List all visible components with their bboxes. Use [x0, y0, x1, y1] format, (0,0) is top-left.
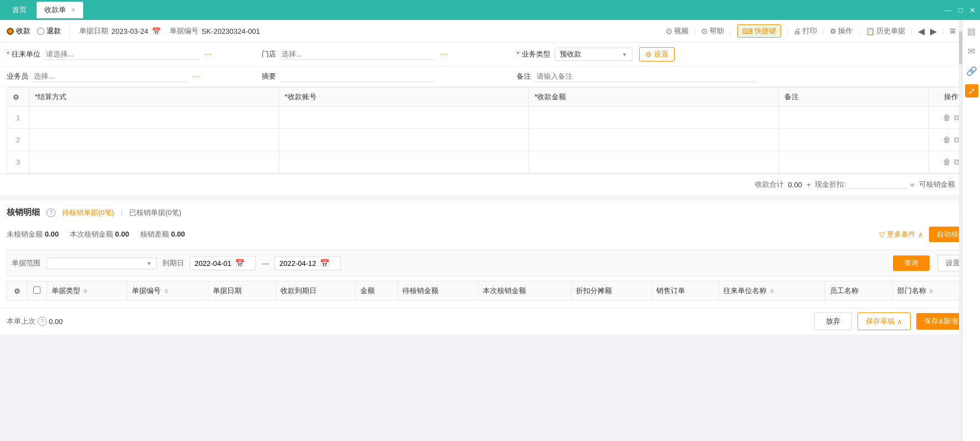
row2-copy-icon[interactable]: ⧉ [954, 135, 959, 145]
row1-jine[interactable] [529, 107, 779, 129]
bt-gear-th[interactable]: ⚙ [7, 281, 27, 301]
danwei-input[interactable] [44, 49, 199, 60]
danwei-more-btn[interactable]: ··· [202, 49, 214, 59]
toolbar-ops[interactable]: ⚙操作 [830, 26, 853, 36]
toolbar-list-view[interactable]: ≡ [950, 25, 956, 37]
radio-tuikuan[interactable]: 退款 [37, 26, 61, 36]
bottom-info-icon[interactable]: ? [38, 317, 47, 326]
hexiao-info-icon[interactable]: ? [47, 208, 55, 217]
table-gear-th[interactable]: ⚙ [7, 88, 29, 107]
toolbar-actions: ⊙ 视频 | ⊙ 帮助 | ⌨快捷键 | 🖨打印 | ⚙操作 | 📋历史单据 |… [666, 24, 973, 38]
calendar-to-icon[interactable]: 📅 [320, 259, 329, 268]
row3-delete-icon[interactable]: 🗑 [943, 157, 951, 167]
date-to-input[interactable]: 2022-04-12 📅 [274, 256, 341, 270]
receipt-table: ⚙ *结算方式 *收款账号 *收款金额 备注 操作 1 [7, 87, 973, 173]
window-controls: — □ ✕ [945, 6, 976, 14]
sidebar-link-icon[interactable]: 🔗 [965, 64, 978, 78]
save-draft-button[interactable]: 保存草稿 ∧ [858, 312, 911, 330]
row3-jiesuan[interactable] [29, 151, 279, 173]
range-filter: 单据范围 ▼ 到期日 2022-04-01 📅 — 2022-04-12 📅 查… [7, 250, 973, 276]
row1-copy-icon[interactable]: ⧉ [954, 113, 959, 122]
bt-select-all-checkbox[interactable] [33, 286, 40, 294]
bt-wanglaiwc-th: 往来单位名称 [719, 281, 825, 301]
toolbar-next[interactable]: ▶ [930, 26, 937, 37]
yewuyuan-more-btn[interactable]: ··· [190, 71, 202, 81]
scroll-indicator [959, 20, 962, 441]
toolbar-shortcut[interactable]: ⌨快捷键 [737, 24, 781, 38]
minimize-icon[interactable]: — [945, 6, 952, 14]
radio-shoukuan[interactable]: 收款 [7, 26, 30, 36]
section-divider [0, 195, 980, 201]
mendian-more-btn[interactable]: ··· [438, 49, 450, 59]
row1-delete-icon[interactable]: 🗑 [943, 113, 951, 122]
xianjin-zhekou-input[interactable] [850, 180, 906, 189]
hexiao-tab-done[interactable]: 已核销单据(0笔) [129, 208, 181, 218]
toolbar-help[interactable]: ⊙ 帮助 [701, 26, 724, 36]
zhaiyao-label: 摘要 [262, 71, 276, 81]
sidebar-table-icon[interactable]: ▤ [965, 24, 978, 38]
discard-button[interactable]: 放弃 [814, 312, 852, 330]
toolbar-history[interactable]: 📋历史单据 [866, 26, 905, 36]
bt-checkbox-th[interactable] [27, 281, 47, 301]
radio-shoukuan-input[interactable] [7, 28, 14, 35]
plus-label: + [807, 181, 811, 189]
sort-bumen-icon[interactable] [929, 289, 933, 294]
row2-zhanghao[interactable] [279, 129, 529, 151]
toolbar: 收款 退款 单据日期 2023-03-24 📅 单据编号 SK-20230324… [0, 20, 980, 43]
row2-jiesuan[interactable] [29, 129, 279, 151]
row1-beizhu[interactable] [778, 107, 928, 129]
beizhu-input[interactable] [534, 71, 756, 82]
mendian-input[interactable] [279, 49, 435, 60]
sort-danjuleixing-icon[interactable] [83, 289, 88, 294]
row3-jine[interactable] [529, 151, 779, 173]
mendian-label: 门店 [262, 49, 276, 59]
radio-tuikuan-input[interactable] [37, 28, 44, 35]
toolbar-prev[interactable]: ◀ [918, 26, 925, 37]
gear-icon-th: ⚙ [13, 93, 19, 101]
sort-wanglaiwc-icon[interactable] [770, 289, 774, 294]
done-count: (0笔) [165, 208, 181, 217]
filter-icon: ▽ [879, 230, 885, 239]
bt-danjubianhao-th: 单据编号 [127, 281, 208, 301]
yewuleixing-select[interactable]: 预收款 ▼ [555, 48, 632, 61]
th-jiesuan: *结算方式 [29, 88, 279, 107]
calendar-icon[interactable]: 📅 [152, 27, 161, 35]
settings-button[interactable]: ⚙ 设置 [639, 47, 675, 61]
nav-tab-home[interactable]: 首页 [4, 2, 34, 18]
maximize-icon[interactable]: □ [958, 6, 963, 14]
yewuyuan-label: 业务员 [7, 71, 28, 81]
bt-danjuriqi-th: 单据日期 [208, 281, 275, 301]
row3-zhanghao[interactable] [279, 151, 529, 173]
nav-tab-shoukudan[interactable]: 收款单 × [37, 2, 83, 18]
hexiao-stats: 未核销金额 0.00 本次核销金额 0.00 核销差额 0.00 [7, 226, 185, 243]
calendar-from-icon[interactable]: 📅 [235, 259, 244, 268]
toolbar-print[interactable]: 🖨打印 [794, 26, 817, 36]
row2-delete-icon[interactable]: 🗑 [943, 135, 951, 145]
hexiao-tab-pending[interactable]: 待核销单据(0笔) [62, 208, 114, 218]
form-row-2: 业务员 ··· 摘要 备注 [0, 66, 980, 87]
row3-beizhu[interactable] [778, 151, 928, 173]
summary-row: 收款合计 0.00 + 现金折扣: = 可核销金额 0.00 [0, 173, 980, 195]
beizhu-field: 备注 [517, 71, 973, 82]
xianjin-zhekou-label: 现金折扣: [815, 180, 846, 189]
query-button[interactable]: 查询 [893, 255, 930, 271]
kehexiao-label: 可核销金额 [919, 180, 955, 189]
scroll-thumb[interactable] [959, 31, 962, 64]
dandju-fanwei-select[interactable]: ▼ [46, 258, 157, 269]
close-window-icon[interactable]: ✕ [969, 6, 976, 14]
row2-jine[interactable] [529, 129, 779, 151]
zhaiyao-input[interactable] [279, 71, 435, 82]
row2-beizhu[interactable] [778, 129, 928, 151]
date-from-input[interactable]: 2022-04-01 📅 [190, 256, 256, 270]
row1-zhanghao[interactable] [279, 107, 529, 129]
sidebar-mail-icon[interactable]: ✉ [965, 44, 978, 58]
sort-danjubianhao-icon[interactable] [164, 289, 169, 294]
row1-jiesuan[interactable] [29, 107, 279, 129]
row3-copy-icon[interactable]: ⧉ [954, 157, 959, 167]
sidebar-expand-icon[interactable]: ⤢ [965, 84, 978, 98]
toolbar-video[interactable]: ⊙ 视频 [666, 26, 688, 36]
close-tab-icon[interactable]: × [72, 6, 75, 14]
more-conditions-btn[interactable]: ▽ 更多条件 ∧ [879, 229, 923, 239]
table-row: 1 🗑 ⧉ [7, 107, 973, 129]
yewuyuan-input[interactable] [32, 71, 187, 82]
